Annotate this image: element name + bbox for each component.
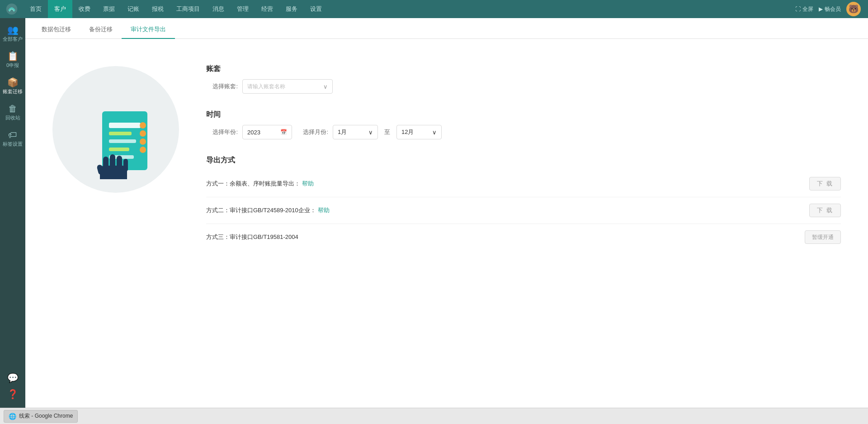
chat-icon: 💬: [7, 373, 19, 382]
member-icon: ▶: [819, 6, 823, 12]
nav-fee[interactable]: 收费: [72, 0, 97, 18]
export-section: 导出方式 方式一：余额表、序时账批量导出：帮助 下 载 方式二：审计接口GB/T…: [206, 156, 841, 250]
nav-message[interactable]: 消息: [206, 0, 231, 18]
calendar-icon: 📅: [280, 129, 287, 135]
taskbar-item-label: 线索 - Google Chrome: [19, 412, 73, 420]
method3-label: 方式三：审计接口GB/T19581-2004: [206, 233, 805, 241]
svg-point-7: [140, 122, 146, 129]
export-method-1: 方式一：余额表、序时账批量导出：帮助 下 载: [206, 171, 841, 197]
method2-label: 方式二：审计接口GB/T24589-2010企业：帮助: [206, 206, 809, 214]
help-icon: ❓: [7, 390, 19, 399]
svg-point-10: [140, 147, 146, 153]
svg-rect-16: [123, 159, 128, 172]
sidebar-chat[interactable]: 💬: [1, 370, 24, 386]
nav-invoice[interactable]: 票据: [97, 0, 121, 18]
month-start-label: 选择月份:: [297, 128, 328, 136]
time-section-title: 时间: [206, 110, 841, 119]
method1-help-link[interactable]: 帮助: [302, 180, 314, 187]
app-logo[interactable]: [4, 1, 20, 17]
avatar[interactable]: 🐻: [846, 2, 861, 16]
content-area: 数据包迁移 备份迁移 审计文件导出: [25, 18, 868, 408]
illustration-svg: [71, 80, 161, 179]
svg-point-9: [140, 138, 146, 145]
svg-point-8: [140, 130, 146, 137]
to-text: 至: [382, 128, 392, 136]
account-section-title: 账套: [206, 64, 841, 74]
sidebar-item-account-migration[interactable]: 📦 账套迁移: [1, 74, 24, 99]
export-method-3: 方式三：审计接口GB/T19581-2004 暂缓开通: [206, 224, 841, 250]
account-select-label: 选择账套:: [206, 82, 238, 91]
fullscreen-icon: ⛶: [795, 6, 801, 12]
main-layout: 👥 全部客户 📋 0申报 📦 账套迁移 🗑 回收站 🏷 标签设置 💬 ❓: [0, 18, 868, 408]
year-label: 选择年份:: [206, 128, 238, 136]
tab-audit-export[interactable]: 审计文件导出: [122, 21, 175, 39]
month-end-chevron: ∨: [432, 129, 437, 136]
svg-rect-15: [117, 156, 122, 171]
month-start-chevron: ∨: [368, 129, 373, 136]
nav-service[interactable]: 服务: [279, 0, 304, 18]
tab-data-migration[interactable]: 数据包迁移: [33, 21, 80, 39]
illustration-circle: [52, 66, 179, 193]
nav-bookkeeping[interactable]: 记账: [121, 0, 146, 18]
account-select-placeholder: 请输入账套名称: [247, 83, 285, 91]
svg-rect-13: [103, 157, 108, 172]
nav-settings[interactable]: 设置: [304, 0, 328, 18]
chrome-icon: 🌐: [9, 413, 16, 420]
nav-operation[interactable]: 经营: [255, 0, 279, 18]
export-method-2: 方式二：审计接口GB/T24589-2010企业：帮助 下 载: [206, 197, 841, 224]
month-start-select[interactable]: 1月 ∨: [333, 125, 378, 139]
method1-download-button[interactable]: 下 载: [809, 177, 841, 191]
sidebar-item-tag-settings[interactable]: 🏷 标签设置: [1, 127, 24, 151]
tab-bar: 数据包迁移 备份迁移 审计文件导出: [25, 18, 868, 39]
time-section: 时间 选择年份: 2023 📅 选择月份: 1月 ∨: [206, 110, 841, 143]
year-input[interactable]: 2023 📅: [242, 125, 292, 139]
nav-home[interactable]: 首页: [24, 0, 48, 18]
fullscreen-button[interactable]: ⛶ 全屏: [795, 5, 813, 13]
migration-icon: 📦: [7, 78, 19, 87]
svg-rect-3: [109, 132, 132, 135]
month-start-value: 1月: [338, 128, 347, 136]
nav-tax[interactable]: 报税: [146, 0, 170, 18]
svg-rect-14: [110, 154, 115, 170]
export-section-title: 导出方式: [206, 156, 841, 165]
sidebar-bottom: 💬 ❓: [1, 370, 24, 402]
sidebar-item-recycle[interactable]: 🗑 回收站: [1, 100, 24, 125]
year-value: 2023: [247, 129, 260, 136]
sidebar-item-zero-declaration[interactable]: 📋 0申报: [1, 48, 24, 72]
sidebar-help[interactable]: ❓: [1, 386, 24, 402]
method1-label: 方式一：余额表、序时账批量导出：帮助: [206, 180, 809, 188]
member-button[interactable]: ▶ 畅会员: [819, 5, 841, 13]
illustration-wrap: [52, 57, 179, 390]
nav-manage[interactable]: 管理: [231, 0, 255, 18]
select-chevron-icon: ∨: [323, 83, 328, 90]
page-content: 账套 选择账套: 请输入账套名称 ∨ 时间 选择年: [25, 39, 868, 408]
sidebar-item-all-customers[interactable]: 👥 全部客户: [1, 22, 24, 46]
month-end-select[interactable]: 12月 ∨: [396, 125, 442, 139]
top-navigation: 首页 客户 收费 票据 记账 报税 工商项目 消息 管理 经营 服务 设置 ⛶ …: [0, 0, 868, 18]
month-end-value: 12月: [401, 128, 414, 136]
account-select[interactable]: 请输入账套名称 ∨: [242, 79, 333, 94]
declaration-icon: 📋: [7, 52, 19, 61]
tag-icon: 🏷: [8, 130, 17, 139]
nav-customer[interactable]: 客户: [48, 0, 72, 18]
nav-items: 首页 客户 收费 票据 记账 报税 工商项目 消息 管理 经营 服务 设置: [24, 0, 795, 18]
top-nav-right: ⛶ 全屏 ▶ 畅会员 🐻: [795, 2, 861, 16]
svg-rect-4: [109, 139, 136, 143]
sidebar: 👥 全部客户 📋 0申报 📦 账套迁移 🗑 回收站 🏷 标签设置 💬 ❓: [0, 18, 25, 408]
taskbar-chrome-item[interactable]: 🌐 线索 - Google Chrome: [4, 410, 78, 423]
account-section: 账套 选择账套: 请输入账套名称 ∨: [206, 64, 841, 97]
method3-coming-soon-button[interactable]: 暂缓开通: [805, 230, 841, 244]
account-form-row: 选择账套: 请输入账套名称 ∨: [206, 79, 841, 94]
main-content-wrapper: 账套 选择账套: 请输入账套名称 ∨ 时间 选择年: [25, 39, 868, 408]
customers-icon: 👥: [7, 25, 19, 34]
taskbar: 🌐 线索 - Google Chrome: [0, 408, 868, 424]
recycle-icon: 🗑: [8, 104, 17, 113]
form-area: 账套 选择账套: 请输入账套名称 ∨ 时间 选择年: [206, 57, 841, 390]
method2-help-link[interactable]: 帮助: [318, 207, 330, 214]
nav-business[interactable]: 工商项目: [170, 0, 206, 18]
tab-backup-migration[interactable]: 备份迁移: [80, 21, 122, 39]
method2-download-button[interactable]: 下 载: [809, 204, 841, 217]
time-form-row: 选择年份: 2023 📅 选择月份: 1月 ∨ 至: [206, 125, 841, 139]
svg-rect-2: [109, 123, 141, 128]
svg-rect-5: [109, 148, 129, 151]
